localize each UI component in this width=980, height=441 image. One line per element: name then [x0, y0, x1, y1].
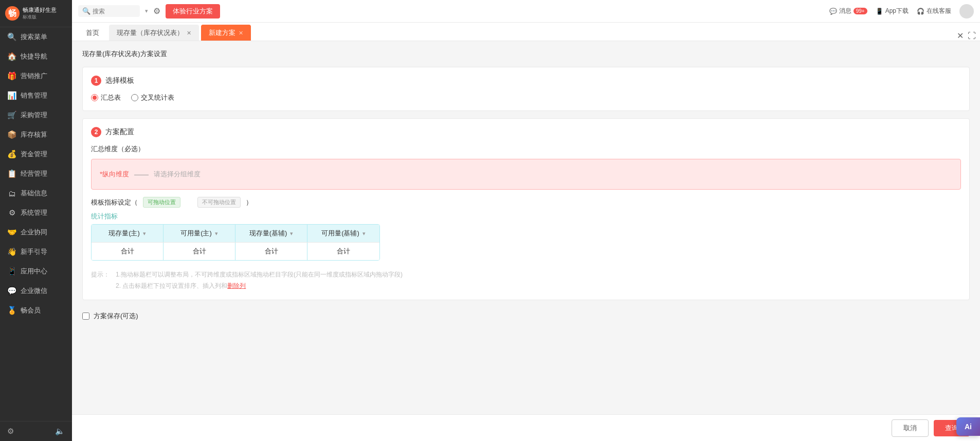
sidebar-bottom: ⚙ 🔈: [0, 421, 72, 441]
col-current-aux[interactable]: 现存量(基辅) ▾: [235, 225, 307, 242]
sidebar-item-inventory[interactable]: 📦 库存核算: [0, 125, 72, 144]
tab-home-label: 首页: [86, 28, 99, 38]
no-drag-tag: 不可拖动位置: [197, 197, 241, 208]
col-available-aux[interactable]: 可用量(基辅) ▾: [307, 225, 379, 242]
stat-label: 统计指标: [91, 212, 961, 221]
indicator-config-label2: [186, 198, 192, 207]
search-box[interactable]: 🔍: [78, 5, 140, 17]
save-row: 方案保存(可选): [82, 305, 970, 327]
sidebar-item-label-finance: 资金管理: [21, 150, 47, 159]
tab-new-plan[interactable]: 新建方案 ✕: [201, 25, 251, 41]
cell-current-aux-sub: 合计: [235, 243, 307, 260]
indicator-table: 现存量(主) ▾ 可用量(主) ▾ 现存量(基辅) ▾ 可用量(基辅): [91, 224, 380, 261]
tab-home[interactable]: 首页: [78, 25, 107, 41]
tab-new-plan-label: 新建方案: [209, 28, 235, 38]
step1-badge: 1: [91, 76, 101, 86]
sidebar: 畅 畅康通好生意 标准版 🔍 搜索菜单 🏠 快捷导航 🎁 营销推广 📊 销售管理…: [0, 0, 72, 441]
avatar[interactable]: [959, 4, 974, 19]
sidebar-item-finance[interactable]: 💰 资金管理: [0, 144, 72, 164]
tab-new-plan-close-icon[interactable]: ✕: [239, 30, 243, 36]
search-chevron-icon[interactable]: ▾: [145, 8, 148, 14]
col-current-main[interactable]: 现存量(主) ▾: [92, 225, 164, 242]
cancel-button[interactable]: 取消: [892, 419, 929, 437]
sidebar-item-system[interactable]: ⚙ 系统管理: [0, 203, 72, 223]
tabs-bar: 首页 现存量（库存状况表） ✕ 新建方案 ✕ ✕ ⛶: [72, 23, 980, 41]
tab-inventory-close-icon[interactable]: ✕: [187, 30, 191, 36]
sidebar-item-icon-purchase: 🛒: [7, 111, 16, 120]
sidebar-item-icon-corp: 🤝: [7, 228, 16, 237]
sidebar-item-member[interactable]: 🏅 畅会员: [0, 301, 72, 320]
search-input[interactable]: [93, 8, 134, 15]
save-plan-checkbox[interactable]: [82, 313, 89, 320]
delete-col-link[interactable]: 删除列: [227, 282, 246, 289]
col-current-main-label: 现存量(主): [108, 229, 140, 238]
sidebar-item-label-app-center: 应用中心: [21, 267, 47, 276]
sidebar-item-label-marketing: 营销推广: [21, 71, 47, 81]
cell-available-aux-sub: 合计: [307, 243, 379, 260]
tip-2: 2. 点击标题栏下拉可设置排序、插入列和删除列: [91, 281, 961, 292]
dimension-box[interactable]: *纵向维度 —— 请选择分组维度: [91, 159, 961, 190]
summary-table-label: 汇总表: [101, 93, 121, 102]
sidebar-item-wecom[interactable]: 💬 企业微信: [0, 281, 72, 301]
topbar-gear-icon[interactable]: ⚙: [153, 6, 160, 16]
cross-table-label: 交叉统计表: [141, 93, 174, 102]
logo-text: 畅康通好生意 标准版: [23, 6, 57, 20]
col-available-aux-chevron-icon[interactable]: ▾: [362, 230, 366, 237]
sidebar-item-icon-wecom: 💬: [7, 286, 16, 296]
search-icon: 🔍: [82, 7, 90, 15]
message-item[interactable]: 💬 消息 99+: [829, 7, 867, 15]
tab-expand-icon[interactable]: ⛶: [968, 31, 976, 41]
online-service-item[interactable]: 🎧 在线客服: [917, 7, 951, 15]
col-available-main-chevron-icon[interactable]: ▾: [215, 230, 218, 237]
col-current-aux-chevron-icon[interactable]: ▾: [290, 230, 293, 237]
app-download-item[interactable]: 📱 App下载: [876, 7, 909, 15]
sidebar-item-icon-quick-nav: 🏠: [7, 52, 16, 61]
sidebar-item-label-wecom: 企业微信: [21, 286, 47, 296]
industry-plan-button[interactable]: 体验行业方案: [166, 4, 220, 19]
dim-arrow: ——: [134, 170, 149, 178]
main-area: 🔍 ▾ ⚙ 体验行业方案 💬 消息 99+ 📱 App下载 🎧 在线客服: [72, 0, 980, 441]
sidebar-item-icon-operation: 📋: [7, 169, 16, 178]
tab-close-all-icon[interactable]: ✕: [957, 31, 964, 41]
template-radio-group: 汇总表 交叉统计表: [91, 93, 961, 102]
sidebar-item-marketing[interactable]: 🎁 营销推广: [0, 66, 72, 86]
sidebar-item-purchase[interactable]: 🛒 采购管理: [0, 105, 72, 125]
phone-icon: 📱: [876, 8, 883, 15]
summary-table-radio[interactable]: [91, 94, 98, 101]
col-available-main[interactable]: 可用量(主) ▾: [164, 225, 235, 242]
audio-icon[interactable]: 🔈: [55, 427, 65, 436]
sidebar-item-operation[interactable]: 📋 经营管理: [0, 164, 72, 183]
cross-table-radio[interactable]: [131, 94, 138, 101]
dim-placeholder: 请选择分组维度: [154, 170, 201, 179]
sidebar-item-label-inventory: 库存核算: [21, 130, 47, 139]
summary-table-option[interactable]: 汇总表: [91, 93, 121, 102]
tip-1: 提示： 1.拖动标题栏可以调整布局，不可跨维度或指标区域拖动栏目字段(只能在同一…: [91, 269, 961, 281]
ai-float-button[interactable]: Ai: [956, 417, 980, 436]
step2-title: 方案配置: [105, 127, 134, 137]
sidebar-item-app-center[interactable]: 📱 应用中心: [0, 262, 72, 281]
footer-bar: 取消 查询: [72, 414, 980, 441]
sidebar-item-corp[interactable]: 🤝 企业协同: [0, 223, 72, 242]
sidebar-item-icon-basic-info: 🗂: [7, 189, 16, 198]
step1-header: 1 选择模板: [91, 76, 961, 86]
sidebar-item-quick-nav[interactable]: 🏠 快捷导航: [0, 47, 72, 66]
message-icon: 💬: [829, 8, 837, 15]
col-current-aux-label: 现存量(基辅): [249, 229, 287, 238]
col-current-main-chevron-icon[interactable]: ▾: [143, 230, 146, 237]
sidebar-item-sales[interactable]: 📊 销售管理: [0, 86, 72, 105]
save-plan-label: 方案保存(可选): [94, 311, 138, 321]
tab-inventory-status[interactable]: 现存量（库存状况表） ✕: [109, 25, 199, 41]
sidebar-item-label-search-menu: 搜索菜单: [21, 32, 47, 42]
indicator-close-paren: ）: [246, 198, 252, 207]
settings-icon[interactable]: ⚙: [7, 427, 14, 436]
table-body-row: 合计 合计 合计 合计: [92, 242, 379, 260]
sidebar-item-search-menu[interactable]: 🔍 搜索菜单: [0, 27, 72, 47]
cross-table-option[interactable]: 交叉统计表: [131, 93, 174, 102]
sidebar-item-icon-finance: 💰: [7, 150, 16, 159]
sidebar-nav: 🔍 搜索菜单 🏠 快捷导航 🎁 营销推广 📊 销售管理 🛒 采购管理 📦 库存核…: [0, 27, 72, 320]
col-available-aux-label: 可用量(基辅): [321, 229, 359, 238]
sidebar-item-basic-info[interactable]: 🗂 基础信息: [0, 183, 72, 203]
vertical-dim-label: *纵向维度: [100, 170, 129, 179]
sidebar-item-newbie[interactable]: 👋 新手引导: [0, 242, 72, 262]
indicator-config-label: 模板指标设定（: [91, 198, 138, 207]
